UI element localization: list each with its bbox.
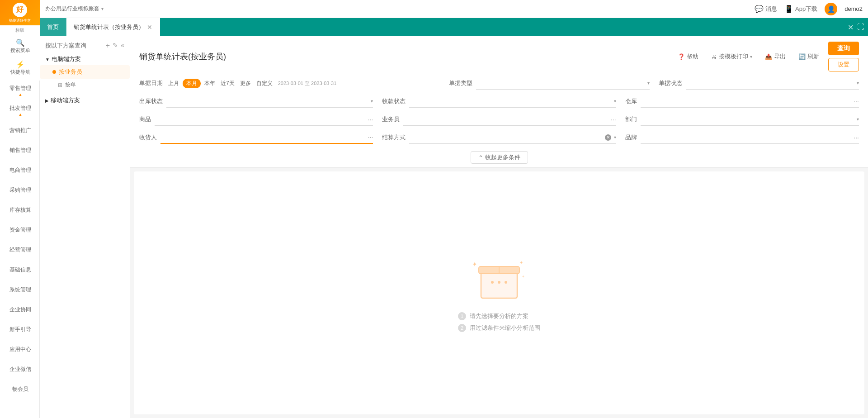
sidebar-item-0[interactable]: 零售管理▲ — [0, 81, 40, 100]
filter-order-type: 单据类型 ▾ — [449, 77, 658, 90]
sidebar-item-2[interactable]: 营销推广 — [0, 120, 40, 140]
sidebar-menu: 零售管理▲批发管理▲营销推广销售管理电商管理采购管理库存核算资金管理经营管理基础… — [0, 81, 40, 399]
filter-row-4: 收货人 ··· 结算方式 ✕ — [139, 131, 859, 144]
scheme-item-order[interactable]: ⊞ 按单 — [40, 79, 130, 91]
empty-illustration: ✦ ✦ ✦ — [463, 251, 535, 305]
query-button[interactable]: 查询 — [828, 42, 859, 55]
sidebar-item-6[interactable]: 库存核算 — [0, 200, 40, 220]
app-download-btn[interactable]: 📱 App下载 — [784, 5, 817, 13]
sidebar-item-7[interactable]: 资金管理 — [0, 220, 40, 240]
svg-text:✦: ✦ — [519, 260, 523, 265]
page-header: 销货单统计表(按业务员) ❓ 帮助 🖨 按模板打印 ▾ 📤 — [130, 36, 868, 168]
collapse-btn[interactable]: ⌃ 收起更多条件 — [471, 151, 528, 164]
date-tab-thismonth[interactable]: 本月 — [183, 79, 201, 88]
sidebar-item-13[interactable]: 应用中心 — [0, 339, 40, 359]
settlement-select[interactable]: ✕ ▾ — [409, 131, 616, 144]
filter-pay-status: 收款状态 ▾ — [382, 95, 625, 108]
hint-num-2: 2 — [458, 324, 466, 332]
active-dot — [52, 70, 56, 74]
logo-icon: 好 — [13, 3, 27, 17]
arrow-right-icon: ▶ — [45, 98, 49, 103]
salesperson-select[interactable]: ··· — [403, 113, 616, 126]
goods-dots: ··· — [368, 116, 373, 123]
collapse-panel-btn[interactable]: « — [121, 42, 124, 50]
grid-icon: ⊞ — [58, 82, 62, 88]
svg-text:✦: ✦ — [472, 261, 477, 268]
scheme-section-desktop: ▼ 电脑端方案 按业务员 ⊞ 按单 — [40, 53, 130, 91]
settings-button[interactable]: 设置 — [828, 58, 859, 71]
export-btn[interactable]: 📤 导出 — [761, 51, 789, 62]
out-status-arrow: ▾ — [371, 99, 373, 104]
pay-status-select[interactable]: ▾ — [409, 95, 616, 108]
system-dropdown-arrow[interactable]: ▾ — [101, 6, 104, 11]
settlement-arrow: ▾ — [614, 135, 616, 140]
scheme-item-salesperson[interactable]: 按业务员 — [40, 65, 130, 79]
sidebar-item-15[interactable]: 畅会员 — [0, 379, 40, 399]
date-tab-more[interactable]: 更多 — [238, 79, 253, 88]
sidebar-item-4[interactable]: 电商管理 — [0, 160, 40, 180]
sidebar-item-14[interactable]: 企业微信 — [0, 359, 40, 379]
department-select[interactable]: ▾ — [641, 113, 859, 126]
avatar[interactable]: 👤 — [825, 3, 837, 15]
salesperson-dots: ··· — [611, 116, 616, 123]
mobile-section-label: 移动端方案 — [51, 96, 80, 104]
filter-area: 单据日期 上月 本月 本年 近7天 更多 自定义 2023-03-01 至 20… — [139, 77, 859, 167]
tab-report[interactable]: 销货单统计表（按业务员） ✕ — [66, 18, 160, 36]
scheme-section-desktop-title[interactable]: ▼ 电脑端方案 — [40, 53, 130, 65]
tab-spacer — [160, 18, 844, 36]
empty-text-list: 1 请先选择要分析的方案 2 用过滤条件来缩小分析范围 — [458, 312, 540, 336]
sidebar-item-12[interactable]: 新手引导 — [0, 319, 40, 339]
avatar-img: 👤 — [827, 5, 835, 13]
help-label: 帮助 — [687, 52, 698, 61]
scheme-section-mobile: ▶ 移动端方案 — [40, 95, 130, 106]
sidebar-quick-nav[interactable]: ⚡ 快捷导航 — [0, 57, 40, 79]
refresh-label: 刷新 — [807, 52, 819, 61]
logo[interactable]: 好 畅捷通好生意 — [0, 0, 40, 25]
tab-expand-btn[interactable]: ⛶ — [857, 23, 864, 31]
date-tab-lastmonth[interactable]: 上月 — [166, 79, 181, 88]
help-btn[interactable]: ❓ 帮助 — [674, 51, 702, 62]
svg-rect-0 — [481, 271, 517, 298]
refresh-btn[interactable]: 🔄 刷新 — [795, 51, 823, 62]
order-type-label: 单据类型 — [449, 79, 472, 87]
settlement-clear-btn[interactable]: ✕ — [605, 134, 611, 141]
date-filter: 上月 本月 本年 近7天 更多 自定义 2023-03-01 至 2023-03… — [166, 79, 440, 88]
message-btn[interactable]: 💬 消息 — [755, 5, 777, 13]
sidebar-item-5[interactable]: 采购管理 — [0, 180, 40, 200]
sidebar-search[interactable]: 🔍 搜索菜单 — [0, 35, 40, 57]
tab-close-all-btn[interactable]: ✕ — [848, 23, 854, 32]
filter-row-1: 单据日期 上月 本月 本年 近7天 更多 自定义 2023-03-01 至 20… — [139, 77, 859, 90]
sidebar-item-11[interactable]: 企业协同 — [0, 299, 40, 319]
collapse-icon: ⌃ — [478, 154, 483, 161]
goods-select[interactable]: ··· — [155, 113, 373, 126]
order-status-select[interactable]: ▾ — [686, 77, 859, 90]
brand-select[interactable]: ··· — [641, 131, 859, 144]
sidebar-item-9[interactable]: 基础信息 — [0, 260, 40, 280]
goods-label: 商品 — [139, 115, 151, 124]
print-btn[interactable]: 🖨 按模板打印 ▾ — [708, 51, 756, 62]
sidebar-item-10[interactable]: 系统管理 — [0, 280, 40, 299]
warehouse-select[interactable]: ··· — [641, 95, 859, 108]
date-tab-thisyear[interactable]: 本年 — [203, 79, 217, 88]
out-status-select[interactable]: ▾ — [166, 95, 373, 108]
order-status-arrow: ▾ — [857, 81, 859, 86]
sub-scheme-label: 按单 — [65, 81, 76, 89]
scheme-section-mobile-title[interactable]: ▶ 移动端方案 — [40, 95, 130, 106]
tab-home[interactable]: 首页 — [40, 18, 66, 36]
edit-scheme-btn[interactable]: ✎ — [113, 42, 118, 50]
message-icon: 💬 — [755, 5, 764, 13]
sidebar-item-1[interactable]: 批发管理▲ — [0, 100, 40, 120]
print-dropdown-arrow[interactable]: ▾ — [750, 54, 752, 59]
tab-close-btn[interactable]: ✕ — [147, 24, 152, 30]
receiver-select[interactable]: ··· — [160, 131, 373, 144]
svg-point-8 — [505, 281, 507, 284]
sidebar-item-8[interactable]: 经营管理 — [0, 240, 40, 260]
add-scheme-btn[interactable]: + — [106, 42, 110, 50]
filter-row-3: 商品 ··· 业务员 ··· — [139, 113, 859, 126]
date-tab-custom[interactable]: 自定义 — [255, 79, 274, 88]
filter-receiver: 收货人 ··· — [139, 131, 382, 144]
right-content: 销货单统计表(按业务员) ❓ 帮助 🖨 按模板打印 ▾ 📤 — [130, 36, 868, 418]
sidebar-item-3[interactable]: 销售管理 — [0, 140, 40, 160]
order-type-select[interactable]: ▾ — [476, 77, 649, 90]
date-tab-7days[interactable]: 近7天 — [219, 79, 236, 88]
